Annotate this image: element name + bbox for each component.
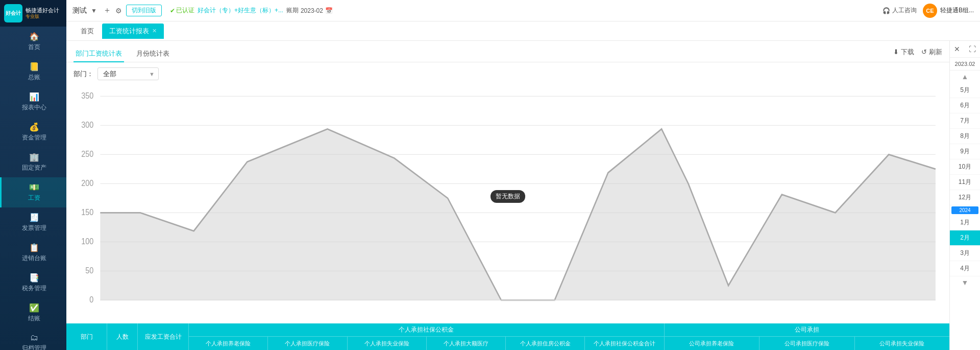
company-group-children: 公司承担养老保险 公司承担医疗保险 公司承担失业保险	[665, 337, 949, 350]
sidebar-label-finance: 资金管理	[22, 133, 46, 142]
sidebar-item-salary[interactable]: 💵 工资	[0, 177, 66, 207]
svg-text:300: 300	[81, 120, 93, 129]
col-personal-pension: 个人承担养老保险	[189, 337, 268, 350]
tab-salary-report[interactable]: 工资统计报表 ✕	[102, 24, 164, 39]
month-item-8[interactable]: 8月	[950, 129, 980, 144]
sidebar-item-assets[interactable]: 🏢 固定资产	[0, 147, 66, 177]
svg-text:0: 0	[89, 295, 93, 304]
month-item-10[interactable]: 10月	[950, 159, 980, 175]
ledger-icon: 📒	[29, 62, 39, 72]
sub-tabs-actions: ⬇ 下载 ↺ 刷新	[893, 46, 942, 62]
sub-tabs: 部门工资统计表 月份统计表 ⬇ 下载 ↺ 刷新	[66, 41, 949, 62]
col-company-pension: 公司承担养老保险	[665, 337, 760, 350]
sidebar-item-archive[interactable]: 🗂 归档管理	[0, 328, 66, 350]
col-company-unemployment: 公司承担失业保险	[855, 337, 949, 350]
svg-text:200: 200	[81, 178, 93, 188]
month-item-2024-2[interactable]: 2月	[950, 230, 980, 246]
page-toolbar: 部门： 全部 ▼	[66, 62, 949, 85]
tab-close-icon[interactable]: ✕	[152, 28, 157, 34]
col-personal-major-medical: 个人承担大额医疗	[427, 337, 506, 350]
sidebar-label-reports: 报表中心	[22, 103, 46, 112]
col-count: 人数	[107, 323, 138, 350]
sidebar-label-assets: 固定资产	[22, 164, 46, 172]
personal-group: 个人承担社保公积金 个人承担养老保险 个人承担医疗保险 个人承担失业保险 个人承…	[189, 323, 665, 350]
sidebar-item-finance[interactable]: 💰 资金管理	[0, 117, 66, 147]
dept-select[interactable]: 全部	[97, 67, 159, 80]
sidebar-item-invoice[interactable]: 🧾 发票管理	[0, 207, 66, 238]
reports-icon: 📊	[29, 92, 39, 102]
sidebar-item-general-ledger[interactable]: 📒 总账	[0, 57, 66, 87]
col-personal-housing: 个人承担住房公积金	[506, 337, 585, 350]
dept-label: 部门：	[74, 69, 93, 79]
month-item-5[interactable]: 5月	[950, 83, 980, 98]
panel-expand-button[interactable]: ⛶	[969, 45, 976, 53]
check-icon: ✔	[170, 7, 175, 14]
svg-text:100: 100	[81, 237, 93, 246]
content-area: 部门工资统计表 月份统计表 ⬇ 下载 ↺ 刷新	[66, 41, 980, 350]
logo-icon: 好会计	[4, 4, 22, 22]
add-button[interactable]: ＋	[103, 5, 111, 16]
home-icon: 🏠	[29, 32, 39, 41]
user-menu[interactable]: CE 轻捷通B组...	[923, 4, 974, 18]
chart-area: 350 300 250 200 150 100 50 0	[66, 85, 949, 323]
archive-icon: 🗂	[30, 333, 38, 342]
download-button[interactable]: ⬇ 下载	[893, 46, 914, 58]
switch-version-button[interactable]: 切到旧版	[126, 5, 162, 16]
col-dept: 部门	[66, 323, 107, 350]
chart-container: 350 300 250 200 150 100 50 0	[74, 85, 942, 318]
month-item-9[interactable]: 9月	[950, 144, 980, 159]
month-item-7[interactable]: 7月	[950, 113, 980, 129]
date-panel: 2023.02 ▲ 5月 6月 7月 8月 9月	[950, 58, 980, 350]
app-name: 畅捷通好会计	[26, 7, 59, 14]
svg-text:150: 150	[81, 207, 93, 217]
account-type: 好会计（专）+好生意（标）+...	[198, 6, 283, 15]
header-status: ✔ 已认证 好会计（专）+好生意（标）+... 账期 2023-02 📅	[170, 6, 333, 15]
project-title: 测试	[72, 6, 87, 15]
sidebar-label-sales: 进销台账	[22, 254, 46, 263]
panel-controls: ✕ ⛶	[950, 41, 980, 58]
company-group: 公司承担 公司承担养老保险 公司承担医疗保险 公司承担失业保险	[665, 323, 949, 350]
sidebar-label-salary: 工资	[28, 194, 40, 202]
col-personal-unemployment: 个人承担失业保险	[348, 337, 427, 350]
sidebar-item-sales[interactable]: 📋 进销台账	[0, 238, 66, 268]
scroll-up-button[interactable]: ▲	[950, 71, 980, 83]
header-settings-icon[interactable]: ⚙	[115, 7, 122, 15]
sub-tab-monthly[interactable]: 月份统计表	[134, 46, 172, 62]
month-item-2024-4[interactable]: 4月	[950, 261, 980, 276]
tabs-bar: 首页 工资统计报表 ✕	[66, 21, 980, 41]
sidebar-item-tax[interactable]: 📑 税务管理	[0, 268, 66, 298]
sidebar-item-home[interactable]: 🏠 首页	[0, 27, 66, 57]
app-sub: 专业版	[26, 14, 59, 20]
sidebar-label-invoice: 发票管理	[22, 224, 46, 232]
sidebar-label-archive: 归档管理	[22, 344, 46, 350]
top-header: 测试 ▼ ＋ ⚙ 切到旧版 ✔ 已认证 好会计（专）+好生意（标）+... 账期…	[66, 0, 980, 21]
header-right: 🎧 人工咨询 CE 轻捷通B组...	[883, 4, 974, 18]
month-item-2024-3[interactable]: 3月	[950, 246, 980, 261]
sidebar-label-tax: 税务管理	[22, 284, 46, 293]
project-dropdown[interactable]: ▼	[91, 7, 97, 14]
panel-close-button[interactable]: ✕	[954, 45, 960, 53]
page-content: 部门工资统计表 月份统计表 ⬇ 下载 ↺ 刷新	[66, 41, 949, 350]
sidebar-item-reports[interactable]: 📊 报表中心	[0, 87, 66, 117]
checkout-icon: ✅	[29, 303, 39, 313]
tab-home[interactable]: 首页	[74, 24, 101, 39]
sub-tab-department[interactable]: 部门工资统计表	[74, 46, 124, 62]
month-item-12[interactable]: 12月	[950, 190, 980, 205]
sidebar-label-home: 首页	[28, 43, 40, 52]
refresh-button[interactable]: ↺ 刷新	[921, 46, 942, 58]
sidebar-item-checkout[interactable]: ✅ 结账	[0, 298, 66, 328]
right-date-panel: ✕ ⛶ 2023.02 ▲ 5月 6月 7月 8月	[949, 41, 980, 350]
col-personal-total: 个人承担社保公积金合计	[585, 337, 664, 350]
col-total-wage: 应发工资合计	[138, 323, 189, 350]
tax-icon: 📑	[29, 273, 39, 283]
logo-area: 好会计 畅捷通好会计 专业版	[0, 0, 66, 27]
avatar: CE	[923, 4, 937, 18]
month-item-6[interactable]: 6月	[950, 98, 980, 113]
month-item-2024-1[interactable]: 1月	[950, 215, 980, 230]
month-item-11[interactable]: 11月	[950, 175, 980, 190]
certified-badge: ✔ 已认证	[170, 6, 194, 15]
calendar-icon[interactable]: 📅	[325, 7, 333, 14]
personal-group-header: 个人承担社保公积金	[189, 323, 664, 337]
scroll-down-button[interactable]: ▼	[950, 276, 980, 289]
service-button[interactable]: 🎧 人工咨询	[883, 6, 917, 15]
